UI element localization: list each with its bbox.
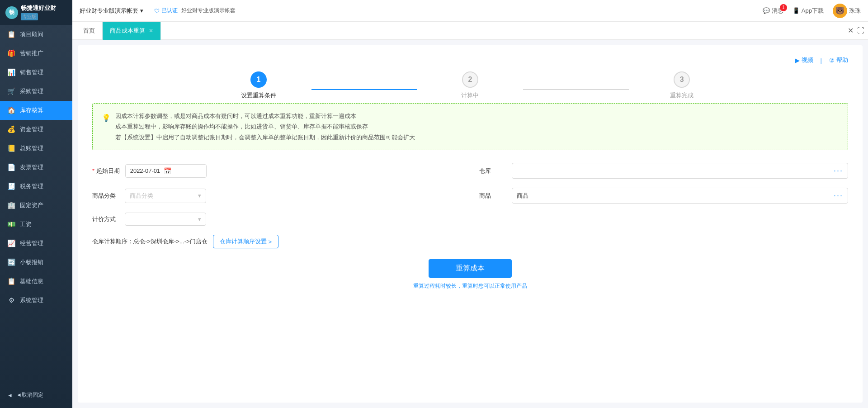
assets-nav-icon: 🏢	[7, 201, 15, 209]
tab-home[interactable]: 首页	[76, 22, 103, 40]
sidebar-bottom[interactable]: ◄ ◄取消固定	[0, 382, 72, 408]
account-dropdown-icon[interactable]	[140, 7, 143, 14]
expense-nav-icon: 🔄	[7, 258, 15, 266]
sidebar-item-assets[interactable]: 🏢固定资产	[0, 196, 72, 215]
tab-close-icon[interactable]	[149, 28, 153, 34]
marketing-nav-icon: 🎁	[7, 49, 15, 57]
sidebar-item-payroll[interactable]: 💵工资	[0, 215, 72, 234]
info-icon: 💡	[102, 112, 111, 142]
sidebar-item-invoice[interactable]: 📄发票管理	[0, 158, 72, 177]
system-nav-label: 系统管理	[20, 296, 43, 304]
account-selector[interactable]: 好业财专业版演示帐套	[80, 7, 143, 15]
recalc-section: 重算成本 重算过程耗时较长，重算时您可以正常使用产品	[92, 259, 848, 290]
topbar: 好业财专业版演示帐套 🛡 已认证 好业财专业版演示帐套 💬 消息 1 📱 App…	[72, 0, 868, 22]
help-icon: ②	[829, 57, 835, 64]
video-label: 视频	[802, 56, 813, 64]
sidebar-item-expense[interactable]: 🔄小畅报销	[0, 253, 72, 272]
category-label: 商品分类	[92, 192, 119, 200]
avatar: 🐻	[833, 4, 847, 18]
sidebar-item-inventory[interactable]: 🏠库存核算	[0, 101, 72, 120]
sidebar-item-tax[interactable]: 🧾税务管理	[0, 177, 72, 196]
main-area: 好业财专业版演示帐套 🛡 已认证 好业财专业版演示帐套 💬 消息 1 📱 App…	[72, 0, 868, 408]
goods-placeholder: 商品	[517, 192, 830, 200]
sidebar-item-project[interactable]: 📋项目顾问	[0, 25, 72, 44]
sidebar-item-basic[interactable]: 📋基础信息	[0, 272, 72, 291]
price-method-dropdown-icon[interactable]: ▾	[198, 216, 201, 223]
message-badge: 1	[780, 4, 787, 11]
info-line-3: 若【系统设置】中启用了自动调整记账日期时，会调整入库单的整单记账日期，因此重新计…	[115, 132, 415, 142]
start-date-label: 起始日期	[92, 167, 120, 175]
tab-recalc-label: 商品成本重算	[110, 27, 145, 35]
project-nav-icon: 📋	[7, 30, 15, 38]
warehouse-order-settings-button[interactable]: 仓库计算顺序设置 >	[213, 235, 279, 248]
price-method-select[interactable]: ▾	[125, 213, 206, 226]
category-select[interactable]: 商品分类 ▾	[125, 189, 206, 203]
step-2-circle: 2	[462, 71, 478, 88]
purchase-nav-label: 采购管理	[20, 87, 43, 95]
calendar-icon[interactable]: 📅	[164, 167, 171, 175]
sidebar-item-purchase[interactable]: 🛒采购管理	[0, 82, 72, 101]
recalc-button[interactable]: 重算成本	[429, 259, 512, 278]
accounting-nav-icon: 📒	[7, 144, 15, 152]
account-name: 好业财专业版演示帐套	[80, 7, 138, 15]
step-1-label: 设置重算条件	[241, 91, 276, 100]
warehouse-order-arrow-icon: >	[269, 238, 272, 245]
app-download-label: App下载	[802, 7, 824, 15]
app-download-button[interactable]: 📱 App下载	[793, 7, 824, 15]
tax-nav-label: 税务管理	[20, 182, 43, 190]
user-avatar-button[interactable]: 🐻 珠珠	[833, 4, 861, 18]
sidebar-logo: 畅 畅捷通好业财 专业版	[0, 0, 72, 25]
message-button[interactable]: 💬 消息 1	[763, 7, 783, 15]
payroll-nav-label: 工资	[20, 220, 32, 228]
phone-icon: 📱	[793, 7, 800, 14]
close-window-button[interactable]: ✕	[848, 26, 854, 35]
goods-field: 商品 商品 ···	[479, 188, 848, 204]
video-help-bar: ▶ 视频 | ② 帮助	[92, 56, 848, 64]
finance-nav-label: 资金管理	[20, 125, 43, 133]
warehouse-order-btn-label: 仓库计算顺序设置	[220, 237, 267, 246]
app-logo-title: 畅捷通好业财	[21, 5, 56, 12]
info-box: 💡 因成本计算参数调整，或是对商品成本有疑问时，可以通过成本重算功能，重新计算一…	[92, 103, 848, 150]
sidebar-item-finance[interactable]: 💰资金管理	[0, 120, 72, 139]
help-button[interactable]: ② 帮助	[829, 56, 848, 64]
topbar-right: 💬 消息 1 📱 App下载 🐻 珠珠	[763, 4, 861, 18]
goods-dots-button[interactable]: ···	[834, 191, 843, 200]
warehouse-dots-button[interactable]: ···	[834, 166, 843, 176]
sidebar-item-accounting[interactable]: 📒总账管理	[0, 139, 72, 158]
video-button[interactable]: ▶ 视频	[795, 56, 813, 64]
assets-nav-label: 固定资产	[20, 201, 43, 209]
operations-nav-label: 经营管理	[20, 239, 43, 247]
start-date-input[interactable]: 2022-07-01 📅	[125, 164, 207, 178]
info-content: 因成本计算参数调整，或是对商品成本有疑问时，可以通过成本重算功能，重新计算一遍成…	[115, 111, 415, 142]
warehouse-label: 仓库	[479, 167, 506, 175]
sidebar-item-operations[interactable]: 📈经营管理	[0, 234, 72, 253]
tab-home-label: 首页	[83, 27, 95, 35]
goods-input[interactable]: 商品 ···	[512, 188, 848, 204]
tax-nav-icon: 🧾	[7, 182, 15, 190]
info-line-2: 成本重算过程中，影响库存账的操作均不能操作，比如进货单、销货单、库存单据不能审核…	[115, 121, 415, 132]
expense-nav-label: 小畅报销	[20, 258, 43, 266]
inventory-nav-label: 库存核算	[20, 106, 43, 114]
sidebar-item-marketing[interactable]: 🎁营销推广	[0, 44, 72, 63]
price-method-field: 计价方式 ▾	[92, 213, 461, 226]
purchase-nav-icon: 🛒	[7, 87, 15, 95]
sidebar-unpin-button[interactable]: ◄ ◄取消固定	[0, 387, 72, 403]
play-icon: ▶	[795, 57, 800, 64]
warehouse-order-row: 仓库计算顺序：总仓->深圳仓库->...->门店仓 仓库计算顺序设置 >	[92, 235, 848, 248]
category-dropdown-icon[interactable]: ▾	[198, 192, 201, 199]
step-connector-1-2	[311, 89, 417, 90]
sidebar-item-sales[interactable]: 📊销售管理	[0, 63, 72, 82]
unpin-label: ◄取消固定	[16, 391, 43, 399]
help-label: 帮助	[836, 56, 848, 64]
expand-window-button[interactable]: ⛶	[857, 27, 864, 35]
finance-nav-icon: 💰	[7, 125, 15, 133]
operations-nav-icon: 📈	[7, 239, 15, 247]
invoice-nav-icon: 📄	[7, 163, 15, 171]
sidebar-item-system[interactable]: ⚙系统管理	[0, 291, 72, 310]
step-2-label: 计算中	[461, 91, 479, 100]
basic-nav-icon: 📋	[7, 277, 15, 285]
warehouse-input[interactable]: ···	[512, 163, 848, 179]
step-connector-2-3	[523, 89, 629, 90]
tab-recalc[interactable]: 商品成本重算	[103, 22, 161, 40]
shield-icon: 🛡	[154, 8, 160, 14]
